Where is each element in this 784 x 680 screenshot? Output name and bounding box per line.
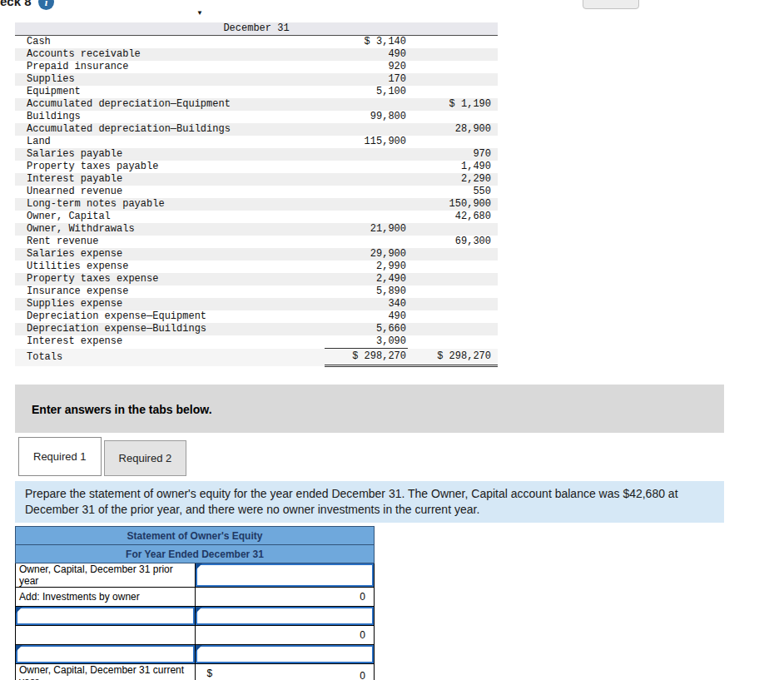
soe-row: Owner, Capital, December 31 prior year [16,563,375,588]
required-tabs: Required 1 Required 2 [18,438,189,476]
soe-label-input[interactable] [16,645,196,664]
debit-amount: 99,800 [325,111,408,123]
totals-credit: $ 298,270 [408,349,498,366]
account-name: Long-term notes payable [15,198,325,211]
credit-amount [408,36,498,49]
account-name: Insurance expense [15,285,325,298]
soe-value-text: 0 [360,670,365,680]
debit-amount: 490 [325,48,408,61]
soe-value-input[interactable] [195,645,375,664]
trial-balance-row: Unearned revenue550 [15,186,498,198]
debit-amount: 3,090 [325,335,408,349]
input-marker-icon [196,563,202,570]
credit-amount [408,48,498,61]
account-name: Salaries expense [15,248,325,261]
tab-required-1[interactable]: Required 1 [18,437,102,476]
top-right-button[interactable] [583,0,639,9]
credit-amount [408,335,498,349]
debit-amount [325,236,408,248]
credit-amount [408,273,498,285]
credit-amount [408,261,498,273]
credit-amount: 69,300 [408,236,498,248]
soe-row [16,607,375,626]
credit-amount: $ 1,190 [408,98,498,111]
soe-row: Add: Investments by owner0 [16,588,375,607]
credit-amount [408,86,498,98]
account-name: Accumulated depreciation—Equipment [15,98,325,111]
account-name: Salaries payable [15,148,325,161]
credit-amount: 42,680 [408,211,498,223]
trial-balance-row: Rent revenue69,300 [15,236,498,248]
soe-title: Statement of Owner's Equity [16,527,375,545]
trial-balance-row: Long-term notes payable150,900 [15,198,498,211]
credit-amount [408,248,498,261]
soe-label-input[interactable] [16,607,196,626]
totals-row: Totals $ 298,270 $ 298,270 [15,349,498,366]
partial-page-heading: eck 8 [0,0,32,8]
account-name: Owner, Capital [15,211,325,223]
account-name: Interest payable [15,173,325,186]
trial-balance-row: Property taxes expense2,490 [15,273,498,285]
trial-balance-table: December 31 Cash$ 3,140Accounts receivab… [15,22,498,367]
account-name: Buildings [15,111,325,123]
account-name: Land [15,136,325,148]
info-icon[interactable]: i [38,0,54,10]
debit-amount [325,198,408,211]
credit-amount [408,73,498,86]
trial-balance-row: Owner, Capital42,680 [15,211,498,223]
debit-amount: 2,990 [325,261,408,273]
credit-amount: 28,900 [408,123,498,136]
trial-balance-row: Utilities expense2,990 [15,261,498,273]
trial-balance-row: Buildings99,800 [15,111,498,123]
trial-balance-row: Property taxes payable1,490 [15,161,498,173]
debit-amount: 29,900 [325,248,408,261]
info-icon-glyph: i [45,0,48,8]
debit-amount: 5,100 [325,86,408,98]
credit-amount [408,223,498,236]
input-marker-icon [16,607,22,613]
account-name: Prepaid insurance [15,61,325,73]
account-name: Accounts receivable [15,48,325,61]
tb-date-header: December 31 [15,22,498,36]
debit-amount: 2,490 [325,273,408,285]
soe-row-label: Owner, Capital, December 31 current year [16,664,196,680]
account-name: Cash [15,36,325,49]
trial-balance-row: Interest expense3,090 [15,335,498,349]
debit-amount: 170 [325,73,408,86]
account-name: Rent revenue [15,236,325,248]
soe-value-text: 0 [360,629,365,641]
soe-value-input[interactable] [195,607,375,626]
soe-subtitle-row: For Year Ended December 31 [16,545,375,563]
trial-balance-row: Insurance expense5,890 [15,285,498,298]
credit-amount [408,310,498,323]
credit-amount [408,298,498,310]
soe-row-label [16,626,196,645]
debit-amount [325,186,408,198]
soe-row [16,645,375,664]
credit-amount: 2,290 [408,173,498,186]
debit-amount [325,123,408,136]
trial-balance-row: Land115,900 [15,136,498,148]
soe-body: Owner, Capital, December 31 prior yearAd… [16,563,375,680]
account-name: Property taxes payable [15,161,325,173]
column-dropdown-caret-icon[interactable]: ▼ [196,9,203,17]
account-name: Depreciation expense—Equipment [15,310,325,323]
account-name: Accumulated depreciation—Buildings [15,123,325,136]
credit-amount [408,136,498,148]
tab-required-2[interactable]: Required 2 [104,440,187,476]
trial-balance-row: Depreciation expense—Buildings5,660 [15,323,498,335]
account-name: Unearned revenue [15,186,325,198]
trial-balance-row: Depreciation expense—Equipment490 [15,310,498,323]
trial-balance-row: Supplies170 [15,73,498,86]
trial-balance-row: Salaries payable970 [15,148,498,161]
account-name: Depreciation expense—Buildings [15,323,325,335]
debit-amount: 5,660 [325,323,408,335]
debit-amount: 920 [325,61,408,73]
soe-value-input[interactable] [195,563,375,588]
tb-date-header-row: December 31 [15,22,498,36]
trial-balance-row: Salaries expense29,900 [15,248,498,261]
credit-amount: 550 [408,186,498,198]
dollar-sign: $ [207,664,213,680]
account-name: Interest expense [15,335,325,349]
trial-balance-row: Prepaid insurance920 [15,61,498,73]
